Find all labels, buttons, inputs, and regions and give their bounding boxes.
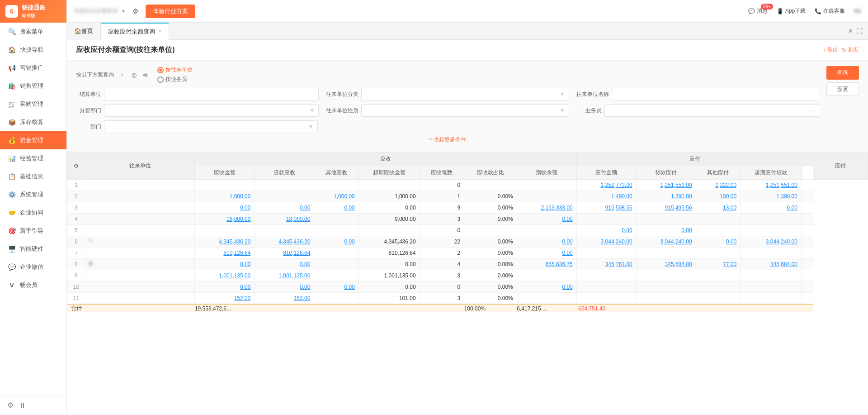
table-cell[interactable]: 0.00: [314, 202, 359, 214]
query-button[interactable]: 查询: [826, 66, 859, 80]
tab-bar-expand-icon[interactable]: ⛶: [856, 28, 863, 35]
sidebar-item-sales[interactable]: 🛍️ 销售管理: [0, 77, 66, 95]
message-button[interactable]: 💬 消息 99+: [748, 7, 768, 15]
add-filter-icon[interactable]: +: [118, 70, 127, 79]
table-cell[interactable]: 1,251,551.00: [741, 180, 802, 191]
table-cell[interactable]: 3,044,240.00: [636, 236, 696, 248]
table-cell[interactable]: 810,126.64: [255, 248, 314, 259]
setting-button[interactable]: 设置: [826, 82, 859, 96]
sidebar-item-search-menu[interactable]: 🔍 搜索菜单: [0, 23, 66, 41]
tab-ar-ap[interactable]: 应收应付余额查询 ×: [101, 23, 169, 40]
unit-nature-select[interactable]: ▼: [361, 104, 569, 117]
table-cell[interactable]: 2,153,333.00: [517, 202, 576, 214]
table-cell[interactable]: 345,761.00: [576, 259, 636, 270]
sidebar-item-guide[interactable]: 🎯 新手引导: [0, 222, 66, 240]
table-cell[interactable]: 915,508.56: [576, 202, 636, 214]
app-download-button[interactable]: 📱 App下载: [777, 7, 806, 15]
table-cell[interactable]: 13.00: [696, 202, 740, 214]
collapse-filter-icon[interactable]: ≪: [141, 70, 150, 79]
table-cell[interactable]: 0.00: [517, 281, 576, 293]
unit-category-select[interactable]: ▼: [361, 88, 569, 100]
user-menu[interactable]: Rit: [854, 8, 861, 14]
table-cell[interactable]: 3,044,240.00: [741, 236, 802, 248]
refresh-button[interactable]: ↻ 刷新: [842, 46, 859, 54]
table-cell[interactable]: 1,390.00: [636, 191, 696, 202]
table-cell[interactable]: 1,390.00: [741, 191, 802, 202]
tab-bar-close-icon[interactable]: ×: [849, 27, 853, 35]
sidebar-item-member[interactable]: V 畅会员: [0, 276, 66, 294]
table-cell[interactable]: 0.00: [517, 248, 576, 259]
sidebar-item-wechat[interactable]: 💬 企业微信: [0, 258, 66, 276]
sidebar-item-finance[interactable]: 💰 资金管理: [0, 131, 66, 149]
sidebar-item-operations[interactable]: 📊 经营管理: [0, 149, 66, 167]
trial-button[interactable]: 体验行业方案: [146, 5, 195, 18]
target-filter-icon[interactable]: ◎: [129, 70, 138, 79]
online-service-button[interactable]: 📞 在线客服: [815, 7, 845, 15]
table-cell[interactable]: 1,001,135.00: [195, 270, 255, 281]
table-cell[interactable]: 0.00: [576, 225, 636, 236]
breadcrumb-chevron-icon[interactable]: ▼: [121, 9, 126, 14]
table-cell[interactable]: 1,251,551.00: [636, 180, 696, 191]
table-cell[interactable]: 0.00: [255, 202, 314, 214]
sidebar-item-inventory[interactable]: 📦 库存核算: [0, 113, 66, 131]
table-cell[interactable]: 18,000.00: [195, 214, 255, 225]
table-cell[interactable]: 1,252,773.00: [576, 180, 636, 191]
table-cell[interactable]: 1,000.00: [314, 191, 359, 202]
table-cell[interactable]: 4,345,436.20: [195, 236, 255, 248]
table-cell[interactable]: 152.00: [195, 293, 255, 305]
table-cell[interactable]: 0.00: [517, 236, 576, 248]
unit-name-input[interactable]: [612, 88, 819, 100]
table-cell[interactable]: 0.00: [195, 281, 255, 293]
branch-dept-select[interactable]: ▼: [104, 104, 319, 117]
sidebar-item-marketing[interactable]: 📢 营销推广: [0, 59, 66, 77]
table-cell[interactable]: 345,684.00: [636, 259, 696, 270]
table-cell[interactable]: 100.00: [696, 191, 740, 202]
table-cell[interactable]: 0.00: [255, 281, 314, 293]
table-cell[interactable]: 1,000.00: [195, 191, 255, 202]
table-cell[interactable]: 0.00: [314, 236, 359, 248]
table-cell[interactable]: 0.00: [517, 214, 576, 225]
table-cell[interactable]: 0.00: [696, 236, 740, 248]
export-button[interactable]: ↑ 导出: [823, 46, 838, 54]
department-select[interactable]: ▼: [104, 120, 318, 133]
table-cell[interactable]: 655,636.75: [517, 259, 576, 270]
table-cell[interactable]: 345,684.00: [741, 259, 802, 270]
table-cell[interactable]: 0.00: [314, 281, 359, 293]
table-cell[interactable]: 0.00: [195, 259, 255, 270]
gear-header-icon[interactable]: ⚙: [74, 163, 79, 169]
sidebar-item-quick-nav[interactable]: 🏠 快捷导航: [0, 41, 66, 59]
tab-home[interactable]: 🏠 首页: [67, 23, 101, 40]
sidebar-collapse-icon[interactable]: ⏸: [19, 401, 26, 410]
salesperson-input[interactable]: ···: [604, 104, 819, 117]
scheme-salesperson-radio[interactable]: [157, 76, 164, 83]
table-cell[interactable]: 3,044,240.00: [576, 236, 636, 248]
salesperson-dots-icon[interactable]: ···: [810, 107, 815, 114]
table-cell[interactable]: 4,345,436.20: [255, 236, 314, 248]
scheme-by-unit[interactable]: 按往来单位: [157, 66, 193, 74]
settlement-unit-input[interactable]: ···: [104, 88, 319, 100]
sidebar-item-purchase[interactable]: 🛒 采购管理: [0, 95, 66, 113]
table-cell[interactable]: 1,222.00: [696, 180, 740, 191]
table-cell[interactable]: 915,495.56: [636, 202, 696, 214]
sidebar-item-cooperation[interactable]: 🤝 企业协同: [0, 204, 66, 222]
sidebar-item-hardware[interactable]: 🖥️ 智能硬件: [0, 240, 66, 258]
sidebar-item-basic-info[interactable]: 📋 基础信息: [0, 167, 66, 186]
sidebar-settings-icon[interactable]: ⚙: [7, 401, 14, 410]
table-cell[interactable]: 152.00: [255, 293, 314, 305]
settlement-dots-icon[interactable]: ···: [310, 91, 315, 98]
table-cell[interactable]: 0.00: [195, 202, 255, 214]
table-cell[interactable]: 1,490.00: [576, 191, 636, 202]
table-cell[interactable]: 18,000.00: [255, 214, 314, 225]
scheme-unit-radio[interactable]: [157, 67, 164, 73]
tab-close-icon[interactable]: ×: [159, 29, 161, 34]
table-cell[interactable]: 77.00: [696, 259, 740, 270]
sidebar-item-system[interactable]: ⚙️ 系统管理: [0, 186, 66, 204]
header-gear-button[interactable]: ⚙: [129, 5, 142, 18]
collapse-more-button[interactable]: ^ 收起更多条件: [76, 133, 819, 146]
table-cell[interactable]: 0.00: [636, 225, 696, 236]
table-cell[interactable]: 0.00: [741, 202, 802, 214]
table-cell[interactable]: 1,001,135.00: [255, 270, 314, 281]
scheme-by-salesperson[interactable]: 按业务员: [157, 76, 193, 83]
table-cell[interactable]: 810,126.64: [195, 248, 255, 259]
table-cell[interactable]: 0.00: [255, 259, 314, 270]
